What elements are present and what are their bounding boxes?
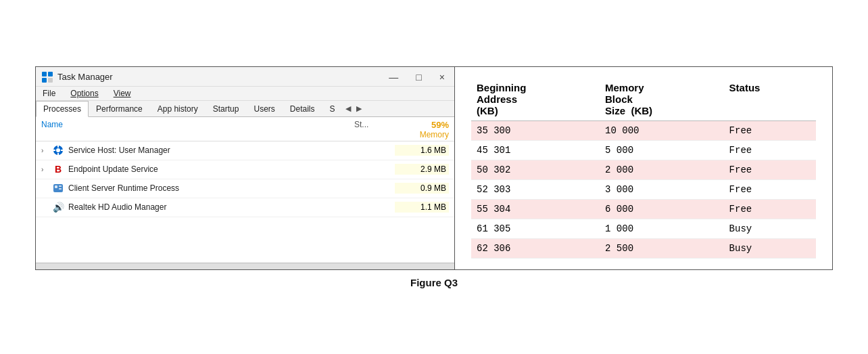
svg-rect-8 (53, 150, 55, 151)
figure-caption: Figure Q3 (410, 277, 458, 288)
process-icon-gear (52, 144, 64, 156)
tab-processes[interactable]: Processes (36, 101, 89, 117)
memory-label: Memory (420, 130, 449, 139)
cell-status-0: Free (724, 120, 816, 140)
svg-rect-0 (42, 72, 47, 76)
tab-app-history[interactable]: App history (150, 101, 206, 116)
expand-arrow-2[interactable]: › (41, 166, 51, 173)
cell-size-1: 5 000 (600, 140, 724, 160)
svg-rect-6 (57, 146, 59, 148)
close-button[interactable]: × (435, 72, 449, 83)
cell-status-5: Busy (724, 219, 816, 238)
cell-size-0: 10 000 (600, 120, 724, 140)
svg-rect-2 (42, 78, 47, 83)
col-header-address: BeginningAddress(KB) (471, 78, 600, 121)
process-name-4: Realtek HD Audio Manager (68, 202, 354, 212)
col-status-header[interactable]: St... (354, 120, 395, 139)
svg-rect-10 (53, 184, 63, 192)
cell-address-4: 55 304 (471, 199, 600, 219)
table-row: 62 3062 500Busy (471, 238, 816, 258)
cell-address-0: 35 300 (471, 120, 600, 140)
process-list: › Service Host: User Manager 1. (36, 141, 454, 263)
svg-point-5 (56, 148, 60, 152)
cell-size-2: 2 000 (600, 160, 724, 179)
process-icon-b: B (52, 163, 64, 175)
title-controls: — □ × (385, 72, 449, 83)
svg-rect-11 (55, 185, 57, 188)
cell-size-3: 3 000 (600, 179, 724, 199)
process-name-3: Client Server Runtime Process (68, 183, 354, 193)
process-row-1[interactable]: › Service Host: User Manager 1. (36, 141, 454, 160)
tab-performance[interactable]: Performance (89, 101, 150, 116)
tab-details[interactable]: Details (283, 101, 322, 116)
process-row-4[interactable]: 🔊 Realtek HD Audio Manager 1.1 MB (36, 198, 454, 217)
tab-users[interactable]: Users (246, 101, 282, 116)
process-mem-1: 1.6 MB (395, 145, 449, 156)
svg-rect-1 (48, 72, 53, 76)
col-memory-header: 59% Memory (395, 120, 449, 139)
table-row: 45 3015 000Free (471, 140, 816, 160)
cell-size-6: 2 500 (600, 238, 724, 258)
memory-percent: 59% (431, 120, 449, 130)
table-row: 61 3051 000Busy (471, 219, 816, 238)
menu-file[interactable]: File (41, 88, 57, 99)
title-bar: Task Manager — □ × (36, 67, 454, 87)
cell-address-5: 61 305 (471, 219, 600, 238)
col-header-status: Status (724, 78, 816, 121)
table-header-row: BeginningAddress(KB) MemoryBlockSize (KB… (471, 78, 816, 121)
menu-view[interactable]: View (112, 88, 132, 99)
cell-address-6: 62 306 (471, 238, 600, 258)
tab-bar: Processes Performance App history Startu… (36, 101, 454, 117)
cell-address-3: 52 303 (471, 179, 600, 199)
title-left: Task Manager (41, 71, 113, 83)
process-row-3[interactable]: Client Server Runtime Process 0.9 MB (36, 179, 454, 198)
process-mem-3: 0.9 MB (395, 183, 449, 194)
memory-table-section: BeginningAddress(KB) MemoryBlockSize (KB… (455, 67, 832, 269)
svg-rect-12 (59, 185, 62, 187)
cell-status-6: Busy (724, 238, 816, 258)
task-manager-icon (41, 71, 53, 83)
cell-status-2: Free (724, 160, 816, 179)
process-name-1: Service Host: User Manager (68, 146, 354, 155)
table-row: 35 30010 000Free (471, 120, 816, 140)
title-text: Task Manager (57, 72, 113, 82)
menu-options[interactable]: Options (69, 88, 99, 99)
table-row: 50 3022 000Free (471, 160, 816, 179)
process-mem-4: 1.1 MB (395, 202, 449, 213)
main-content: Task Manager — □ × File Options View Pro… (35, 66, 833, 270)
process-icon-csrp (52, 182, 64, 194)
expand-arrow-1[interactable]: › (41, 147, 51, 154)
tab-startup[interactable]: Startup (206, 101, 247, 116)
svg-rect-13 (59, 188, 62, 190)
tab-s[interactable]: S (322, 101, 343, 116)
svg-rect-7 (57, 153, 59, 155)
col-header-size: MemoryBlockSize (KB) (600, 78, 724, 121)
cell-size-5: 1 000 (600, 219, 724, 238)
process-header: Name St... 59% Memory (36, 117, 454, 141)
cell-address-1: 45 301 (471, 140, 600, 160)
cell-address-2: 50 302 (471, 160, 600, 179)
svg-rect-9 (61, 150, 63, 151)
cell-status-4: Free (724, 199, 816, 219)
process-name-2: Endpoint Update Service (68, 164, 354, 174)
menubar: File Options View (36, 87, 454, 101)
table-row: 55 3046 000Free (471, 199, 816, 219)
minimize-button[interactable]: — (385, 72, 402, 83)
maximize-button[interactable]: □ (412, 72, 425, 83)
bottom-scrollbar[interactable] (36, 263, 454, 269)
memory-table-body: 35 30010 000Free45 3015 000Free50 3022 0… (471, 120, 816, 258)
table-row: 52 3033 000Free (471, 179, 816, 199)
cell-status-1: Free (724, 140, 816, 160)
tab-more-right[interactable]: ▶ (354, 101, 364, 116)
process-icon-audio: 🔊 (52, 201, 64, 213)
svg-rect-3 (48, 78, 53, 83)
task-manager-panel: Task Manager — □ × File Options View Pro… (36, 67, 455, 269)
outer-container: Task Manager — □ × File Options View Pro… (28, 60, 840, 295)
memory-table: BeginningAddress(KB) MemoryBlockSize (KB… (471, 78, 816, 259)
process-row-2[interactable]: › B Endpoint Update Service 2.9 MB (36, 160, 454, 179)
cell-size-4: 6 000 (600, 199, 724, 219)
tab-more-left[interactable]: ◀ (343, 101, 354, 116)
col-name-header[interactable]: Name (41, 120, 354, 139)
process-mem-2: 2.9 MB (395, 164, 449, 175)
cell-status-3: Free (724, 179, 816, 199)
